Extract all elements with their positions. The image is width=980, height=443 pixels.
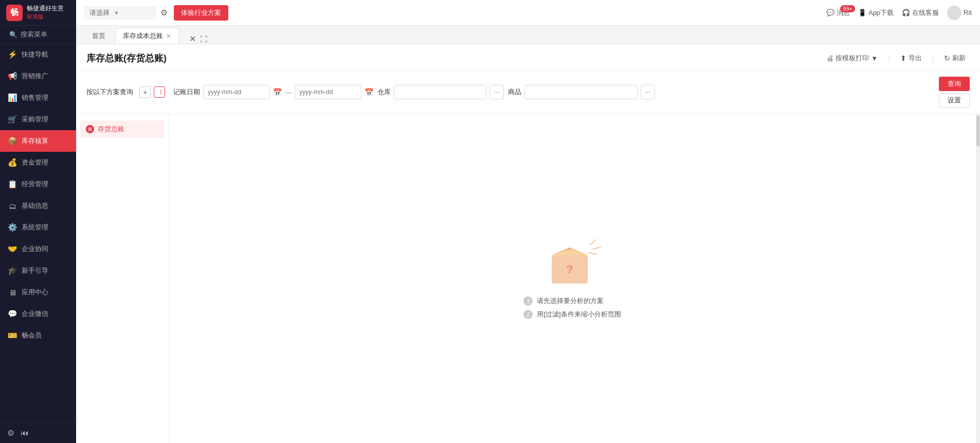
topbar-breadcrumb[interactable]: 请选择 ▼ — [84, 6, 156, 20]
product-more-button[interactable]: ··· — [641, 85, 655, 99]
sidebar-item-sales[interactable]: 📊 销售管理 — [0, 87, 76, 109]
date-start-input[interactable] — [203, 85, 270, 99]
filter-row: 记账日期 📅 — 📅 仓库 ··· 商品 ··· — [173, 85, 935, 99]
trial-button[interactable]: 体验行业方案 — [174, 5, 228, 21]
tab-home-label: 首页 — [92, 31, 105, 41]
export-label: 导出 — [909, 54, 922, 63]
content-body: 账 存货总账 — [76, 114, 980, 443]
tab-home[interactable]: 首页 — [84, 28, 113, 44]
ledger-icon: 账 — [85, 125, 95, 134]
purchase-label: 采购管理 — [22, 115, 48, 124]
user-avatar-area[interactable]: Rit — [947, 6, 972, 20]
sidebar-item-appcenter[interactable]: 🖥 应用中心 — [0, 281, 76, 303]
filter-add-button[interactable]: + — [139, 86, 151, 98]
app-download-label: App下载 — [868, 8, 894, 17]
sidebar-item-enterprise[interactable]: 🤝 企业协同 — [0, 238, 76, 260]
topbar-right: 💬 消息 99+ 📱 App下载 🎧 在线客服 Rit — [826, 6, 972, 20]
sidebar-item-wecom[interactable]: 💬 企业微信 — [0, 303, 76, 325]
message-button[interactable]: 💬 消息 99+ — [826, 8, 850, 17]
page-title: 库存总账(存货总账) — [86, 52, 167, 64]
inventory-general-label: 存货总账 — [98, 125, 124, 134]
svg-line-6 — [593, 247, 601, 249]
window-controls: ✕ ⛶ — [189, 34, 207, 44]
print-label: 按模板打印 — [836, 54, 869, 63]
topbar: 请选择 ▼ ⚙ 体验行业方案 💬 消息 99+ 📱 App下载 🎧 在线客服 — [76, 0, 980, 26]
refresh-button[interactable]: ↻ 刷新 — [940, 51, 970, 65]
sidebar-collapse-icon[interactable]: ⏮ — [21, 429, 29, 438]
sidebar-item-finance[interactable]: 💰 资金管理 — [0, 152, 76, 173]
sidebar-item-member[interactable]: 🎫 畅会员 — [0, 325, 76, 346]
tab-inventory-cost-label: 库存成本总账 — [123, 31, 163, 41]
query-button[interactable]: 查询 — [939, 77, 970, 91]
marketing-label: 营销推广 — [22, 72, 48, 81]
sidebar-settings-icon[interactable]: ⚙ — [7, 428, 14, 438]
app-download-button[interactable]: 📱 App下载 — [858, 8, 894, 17]
export-icon: ⬆ — [900, 54, 906, 62]
action-divider-1: | — [888, 55, 890, 62]
left-panel-item-inventory-general[interactable]: 账 存货总账 — [80, 120, 164, 138]
sidebar-item-quick-nav[interactable]: ⚡ 快捷导航 — [0, 44, 76, 65]
svg-line-7 — [589, 253, 597, 254]
page-actions: 🖨 按模板打印 ▼ | ⬆ 导出 | ↻ 刷新 — [822, 51, 970, 65]
date-start-icon[interactable]: 📅 — [273, 88, 282, 96]
empty-state: ? 1 请先选择要分析的方案 2 用[过滤]条件来缩小分析范围 — [169, 114, 976, 443]
step-num-1: 1 — [523, 296, 533, 306]
search-icon: 🔍 — [9, 31, 17, 39]
basics-icon: 🗂 — [7, 201, 17, 211]
basics-label: 基础信息 — [22, 201, 48, 210]
svg-marker-3 — [552, 249, 588, 255]
headset-icon: 🎧 — [902, 9, 910, 16]
filter-label: 按以下方案查询 — [86, 87, 133, 97]
sidebar-nav: ⚡ 快捷导航 📢 营销推广 📊 销售管理 🛒 采购管理 📦 库存核算 💰 资金管… — [0, 44, 76, 422]
operations-icon: 📋 — [7, 179, 17, 189]
purchase-icon: 🛒 — [7, 114, 17, 125]
window-close-icon[interactable]: ✕ — [189, 34, 196, 44]
filter-settings-button[interactable]: 设置 — [939, 93, 970, 108]
app-name-block: 畅捷通好生意 标准版 — [27, 5, 64, 21]
app-logo: 畅 畅捷通好生意 标准版 — [0, 0, 76, 26]
app-name: 畅捷通好生意 — [27, 5, 64, 13]
online-service-button[interactable]: 🎧 在线客服 — [902, 8, 939, 17]
product-label: 商品 — [508, 87, 521, 97]
enterprise-label: 企业协同 — [22, 244, 48, 254]
message-badge: 99+ — [840, 5, 855, 12]
finance-label: 资金管理 — [22, 158, 48, 167]
sidebar-item-operations[interactable]: 📋 经营管理 — [0, 173, 76, 195]
wecom-label: 企业微信 — [22, 309, 48, 318]
tab-inventory-cost[interactable]: 库存成本总账 ✕ — [115, 28, 179, 44]
step-num-2: 2 — [523, 310, 533, 319]
print-button[interactable]: 🖨 按模板打印 ▼ — [822, 51, 882, 65]
sidebar-item-tutorial[interactable]: 🎓 新手引导 — [0, 260, 76, 281]
sales-label: 销售管理 — [22, 93, 48, 102]
search-menu-item[interactable]: 🔍 搜索菜单 — [0, 26, 76, 44]
action-divider-2: | — [932, 55, 934, 62]
product-input[interactable] — [524, 85, 638, 99]
filter-bar: 按以下方案查询 + 《 记账日期 📅 — 📅 仓库 ··· — [76, 70, 980, 114]
tab-close-icon[interactable]: ✕ — [166, 32, 171, 40]
window-expand-icon[interactable]: ⛶ — [200, 35, 207, 43]
export-button[interactable]: ⬆ 导出 — [896, 51, 926, 65]
sidebar-item-inventory[interactable]: 📦 库存核算 — [0, 130, 76, 152]
warehouse-input[interactable] — [394, 85, 486, 99]
sidebar-item-system[interactable]: ⚙️ 系统管理 — [0, 217, 76, 238]
operations-label: 经营管理 — [22, 180, 48, 189]
sidebar-item-basics[interactable]: 🗂 基础信息 — [0, 195, 76, 217]
empty-step-2: 2 用[过滤]条件来缩小分析范围 — [523, 310, 621, 319]
date-end-icon[interactable]: 📅 — [365, 88, 373, 96]
sidebar-item-purchase[interactable]: 🛒 采购管理 — [0, 109, 76, 130]
filter-collapse-button[interactable]: 《 — [154, 86, 165, 98]
tutorial-label: 新手引导 — [22, 266, 48, 275]
empty-illustration: ? — [541, 235, 603, 286]
date-end-input[interactable] — [295, 85, 361, 99]
topbar-gear-icon[interactable]: ⚙ — [160, 8, 168, 17]
warehouse-more-button[interactable]: ··· — [489, 85, 504, 99]
warehouse-label: 仓库 — [377, 87, 391, 97]
finance-icon: 💰 — [7, 157, 17, 168]
filter-actions: + 《 — [139, 86, 165, 98]
sidebar-item-marketing[interactable]: 📢 营销推广 — [0, 65, 76, 87]
main-area: 请选择 ▼ ⚙ 体验行业方案 💬 消息 99+ 📱 App下载 🎧 在线客服 — [76, 0, 980, 443]
system-icon: ⚙️ — [7, 222, 17, 233]
refresh-icon: ↻ — [944, 54, 950, 62]
ledger-circle-icon: 账 — [86, 125, 94, 133]
left-panel: 账 存货总账 — [76, 114, 169, 443]
